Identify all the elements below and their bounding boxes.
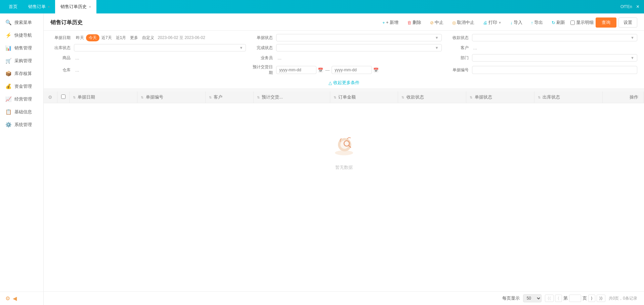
date-shortcut-yesterday[interactable]: 昨天	[74, 34, 86, 41]
expected-date-end-input[interactable]	[332, 66, 372, 74]
export-icon: ↑	[531, 20, 533, 25]
cancel-stop-icon: ◎	[452, 20, 456, 25]
pagination-next-btn[interactable]: ⟩	[588, 295, 595, 302]
pagination-page-label: 页	[583, 295, 587, 301]
import-button[interactable]: ↓ 导入	[507, 18, 526, 27]
export-button[interactable]: ↑ 导出	[528, 18, 547, 27]
goods-label: 商品	[50, 55, 74, 61]
salesperson-dots-btn[interactable]: ...	[276, 55, 283, 61]
date-range-display: 2023-06-02 至 2023-06-02	[158, 35, 205, 41]
th-outbound-status: ⇅ 出库状态	[534, 91, 603, 103]
show-detail-checkbox[interactable]	[570, 21, 575, 25]
tab-sales-order-label: 销售订单	[28, 4, 46, 10]
sidebar-item-capital-mgmt-label: 资金管理	[14, 83, 32, 89]
pagination-prev-btn[interactable]: ⟨	[555, 295, 562, 302]
stop-button[interactable]: ⊘ 中止	[427, 18, 447, 27]
pagination-last-btn[interactable]: ⟩⟩	[597, 295, 605, 302]
show-detail-checkbox-label[interactable]: 显示明细	[570, 20, 594, 26]
top-bar-close-button[interactable]: ×	[635, 2, 641, 11]
sidebar-item-operation-mgmt[interactable]: 📈 经营管理	[0, 93, 43, 106]
refresh-button[interactable]: ↻ 刷新	[548, 18, 568, 27]
collapse-bar[interactable]: △ 收起更多条件	[50, 78, 637, 86]
tab-sales-order-history-close[interactable]: ×	[89, 5, 91, 9]
sidebar-item-search-menu[interactable]: 🔍 搜索菜单	[0, 16, 43, 29]
query-button[interactable]: 查询	[596, 17, 616, 28]
payment-status-select[interactable]: ▼	[472, 34, 637, 41]
sidebar-item-system-mgmt[interactable]: ⚙️ 系统管理	[0, 118, 43, 131]
doc-status-label: 单据状态	[253, 35, 276, 41]
empty-state: 暂无数据	[44, 103, 644, 184]
date-shortcut-1month[interactable]: 近1月	[114, 34, 128, 41]
filter-area: 单据日期 昨天 今天 近7天 近1月 更多 自定义 2023-06-02 至 2…	[44, 31, 644, 89]
outbound-status-select[interactable]: ▼	[74, 44, 246, 51]
new-button[interactable]: + + 新增	[379, 18, 402, 27]
pagination-first-btn[interactable]: ⟨⟨	[545, 295, 554, 302]
sidebar-item-inventory-calc[interactable]: 📦 库存核算	[0, 67, 43, 80]
expected-date-start-input[interactable]	[276, 66, 316, 74]
collapse-icon: △	[329, 80, 332, 85]
sidebar-item-operation-mgmt-label: 经营管理	[14, 96, 32, 102]
table-settings-icon[interactable]: ⚙	[48, 94, 52, 100]
inventory-calc-icon: 📦	[5, 71, 12, 77]
sidebar-item-basic-info[interactable]: 📋 基础信息	[0, 106, 43, 118]
goods-dots-btn[interactable]: ...	[74, 55, 81, 61]
sort-customer-icon[interactable]: ⇅	[209, 96, 212, 99]
th-doc-date-label: 单据日期	[78, 94, 95, 100]
sidebar-item-sales-mgmt-label: 销售管理	[14, 45, 32, 51]
warehouse-dots-btn[interactable]: ...	[74, 67, 81, 73]
calendar-end-icon[interactable]: 📅	[373, 68, 379, 73]
delete-button[interactable]: 🗑 删除	[404, 18, 425, 27]
print-dropdown-icon[interactable]: ▼	[498, 21, 502, 25]
th-doc-number-label: 单据编号	[146, 94, 163, 100]
filter-col-doc-number: 单据编号	[442, 66, 637, 74]
calendar-start-icon[interactable]: 📅	[318, 68, 323, 73]
table-select-all-checkbox[interactable]	[61, 94, 66, 99]
print-button[interactable]: 🖨 打印 ▼	[480, 18, 505, 27]
tab-sales-order-history[interactable]: 销售订单历史 ×	[55, 0, 96, 13]
page-header: 销售订单历史 + + 新增 🗑 删除 ⊘ 中止 ◎ 取消中止	[44, 13, 644, 31]
tab-home[interactable]: 首页	[3, 0, 23, 13]
pagination-page-input[interactable]: 1	[569, 295, 581, 302]
sort-payment-status-icon[interactable]: ⇅	[401, 96, 404, 99]
page-size-select[interactable]: 10 20 50 100	[523, 294, 542, 302]
tab-sales-order-close[interactable]: ×	[48, 5, 50, 9]
date-shortcut-custom[interactable]: 自定义	[140, 34, 156, 41]
sort-outbound-status-icon[interactable]: ⇅	[538, 96, 541, 99]
top-bar: 首页 销售订单 × 销售订单历史 × OfTEn ×	[0, 0, 644, 13]
sort-doc-number-icon[interactable]: ⇅	[141, 96, 143, 99]
settings-button[interactable]: 设置	[618, 17, 637, 28]
sidebar-item-capital-mgmt[interactable]: 💰 资金管理	[0, 80, 43, 93]
complete-status-select[interactable]: ▼	[276, 44, 441, 51]
date-shortcut-7days[interactable]: 近7天	[99, 34, 114, 41]
th-payment-status-label: 收款状态	[406, 94, 424, 100]
refresh-label: 刷新	[556, 20, 565, 26]
print-icon: 🖨	[483, 20, 487, 25]
data-table: ⚙ ⇅ 单据日期 ⇅ 单据编号	[44, 91, 644, 103]
basic-info-icon: 📋	[5, 109, 12, 115]
sidebar-item-basic-info-label: 基础信息	[14, 109, 32, 115]
sidebar-settings-icon[interactable]: ⚙	[5, 295, 10, 302]
filter-row-3: 商品 ... 业务员 ... 部门 ▼	[50, 54, 637, 62]
dept-select[interactable]: ▼	[472, 54, 637, 62]
sort-order-amount-icon[interactable]: ⇅	[334, 96, 336, 99]
customer-dots-btn[interactable]: ...	[472, 45, 479, 50]
top-bar-tabs: 首页 销售订单 × 销售订单历史 ×	[3, 0, 96, 13]
sort-doc-status-icon[interactable]: ⇅	[470, 96, 472, 99]
sidebar-item-sales-mgmt[interactable]: 📊 销售管理	[0, 42, 43, 54]
sidebar-collapse-icon[interactable]: ◀	[13, 295, 17, 302]
doc-status-select[interactable]: ▼	[276, 34, 441, 41]
sidebar-item-quick-nav[interactable]: ⚡ 快捷导航	[0, 29, 43, 42]
outbound-status-label: 出库状态	[50, 45, 74, 51]
sort-doc-date-icon[interactable]: ⇅	[73, 96, 76, 99]
sidebar-item-purchase-mgmt[interactable]: 🛒 采购管理	[0, 54, 43, 67]
cancel-stop-button[interactable]: ◎ 取消中止	[449, 18, 478, 27]
filter-col-complete: 完成状态 ▼	[246, 44, 441, 51]
customer-label: 客户	[448, 45, 472, 51]
sort-expected-delivery-icon[interactable]: ⇅	[257, 96, 260, 99]
stop-icon: ⊘	[430, 20, 434, 25]
date-shortcut-today[interactable]: 今天	[86, 34, 99, 41]
capital-mgmt-icon: 💰	[5, 83, 12, 89]
doc-number-input[interactable]	[472, 66, 637, 74]
date-shortcut-more[interactable]: 更多	[128, 34, 140, 41]
tab-sales-order[interactable]: 销售订单 ×	[23, 0, 55, 13]
